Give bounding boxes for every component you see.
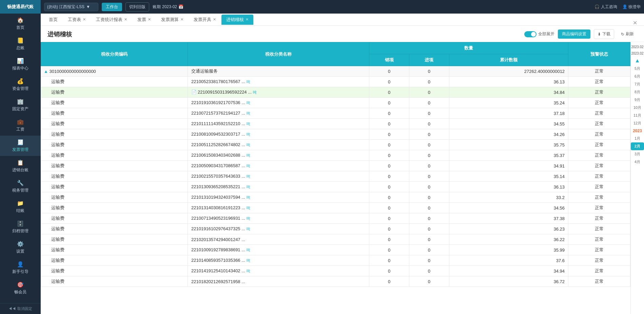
- table-row: 0: [369, 98, 409, 108]
- table-row: 0: [409, 203, 449, 213]
- switch-version-button[interactable]: 切到旧版: [125, 2, 149, 12]
- toggle-bg[interactable]: [524, 31, 536, 37]
- refresh-button[interactable]: ↻ 刷新: [618, 30, 637, 39]
- sidebar-item-salary-label: 工资: [16, 126, 24, 132]
- sidebar-item-tax[interactable]: 🔧 税务管理: [0, 176, 41, 197]
- expand-toggle[interactable]: 全部展开: [524, 31, 554, 37]
- date-nav-mar[interactable]: 3月: [631, 150, 644, 158]
- sidebar-item-salary[interactable]: 💼 工资: [0, 115, 41, 136]
- date-nav-nov[interactable]: 11月: [631, 112, 644, 119]
- tag-badge[interactable]: 吨: [247, 195, 250, 199]
- table-row: 22100713490523196931 ... 吨: [188, 213, 369, 224]
- tag-badge[interactable]: 吨: [247, 227, 250, 231]
- date-nav-year-2023[interactable]: 2023: [631, 127, 644, 135]
- date-nav-may[interactable]: 5月: [631, 65, 644, 73]
- workbench-button[interactable]: 工作台: [102, 3, 122, 11]
- tag-badge[interactable]: 吨: [247, 153, 250, 157]
- support-button[interactable]: 🎧 人工咨询: [594, 4, 617, 10]
- sidebar-item-invoice[interactable]: 🧾 发票管理: [0, 136, 41, 156]
- table-row: 0: [409, 276, 449, 287]
- file-icon: 📄: [191, 90, 197, 95]
- sidebar-item-member[interactable]: 🎯 畅会员: [0, 278, 41, 298]
- col-tax-name-header: 税收分类名称: [188, 42, 369, 66]
- tab-invoice-calc-close-icon[interactable]: ✕: [180, 17, 183, 22]
- date-nav-feb[interactable]: 2月: [631, 142, 644, 150]
- date-nav-oct[interactable]: 10月: [631, 104, 644, 112]
- expand-icon[interactable]: ▲: [44, 69, 49, 74]
- tag-badge[interactable]: 吨: [247, 143, 250, 147]
- date-nav-jul[interactable]: 7月: [631, 80, 644, 88]
- sidebar-item-assets[interactable]: 🏢 固定资产: [0, 95, 41, 115]
- scroll-up-icon[interactable]: ▲: [634, 57, 641, 65]
- table-row: 35.37: [449, 150, 568, 161]
- sidebar-item-assets-label: 固定资产: [12, 106, 28, 112]
- company-selector[interactable]: (勿动) 江西报宝-LSS ▼: [44, 3, 98, 11]
- calendar-icon: 📅: [178, 4, 183, 9]
- tag-badge[interactable]: 吨: [247, 122, 250, 126]
- sidebar-item-settings[interactable]: ⚙️ 设置: [0, 237, 41, 258]
- table-row: 运输费: [41, 213, 188, 224]
- table-row: 22102013574294001247 ...: [188, 234, 369, 245]
- tab-salary-close-icon[interactable]: ✕: [83, 17, 86, 22]
- table-row: 正常: [568, 98, 630, 108]
- sidebar-item-trade-ledger[interactable]: 📋 进销台账: [0, 156, 41, 176]
- date-nav-jan[interactable]: 1月: [631, 135, 644, 142]
- tag-badge[interactable]: 吨: [247, 248, 250, 252]
- tab-reconcile-close-icon[interactable]: ✕: [246, 17, 249, 22]
- tab-home[interactable]: 首页: [44, 15, 62, 25]
- tab-invoice-issue[interactable]: 发票开具 ✕: [189, 15, 221, 25]
- tag-badge[interactable]: 吨: [247, 206, 250, 210]
- date-nav-jun[interactable]: 6月: [631, 73, 644, 80]
- table-row: 0: [369, 234, 409, 245]
- table-row: 正常: [568, 255, 630, 266]
- product-code-settings-button[interactable]: 商品编码设置: [558, 30, 590, 39]
- tab-invoice-calc[interactable]: 发票测算 ✕: [156, 15, 188, 25]
- tag-badge[interactable]: 吨: [253, 90, 257, 94]
- sidebar-item-close-label: 结账: [16, 208, 24, 214]
- user-profile[interactable]: 👤 徐澄华: [622, 4, 641, 10]
- table-row: 0: [409, 129, 449, 140]
- tag-badge[interactable]: 吨: [247, 164, 250, 168]
- table-row: 0: [409, 66, 449, 77]
- sidebar-item-ledger[interactable]: 📒 总账: [0, 34, 41, 54]
- tag-badge[interactable]: 吨: [247, 111, 250, 115]
- sidebar-item-archive[interactable]: 🗄️ 归档管理: [0, 217, 41, 237]
- date-nav-apr[interactable]: 4月: [631, 158, 644, 166]
- tab-salary-report-close-icon[interactable]: ✕: [124, 17, 127, 22]
- tag-badge[interactable]: 吨: [247, 185, 250, 189]
- sidebar-item-home[interactable]: 🏠 首页: [0, 14, 41, 34]
- tag-badge[interactable]: 吨: [247, 174, 250, 178]
- tag-badge[interactable]: 吨: [247, 269, 250, 273]
- table-row: 0: [369, 108, 409, 119]
- table-row: 运输费: [41, 192, 188, 203]
- date-nav-sep[interactable]: 9月: [631, 96, 644, 104]
- table-row: 36.23: [449, 224, 568, 234]
- tag-badge[interactable]: 吨: [247, 132, 250, 136]
- tab-invoice-issue-close-icon[interactable]: ✕: [213, 17, 216, 22]
- date-nav-aug[interactable]: 8月: [631, 88, 644, 96]
- sidebar-item-guide[interactable]: 👤 新手引导: [0, 258, 41, 278]
- tab-invoice-close-icon[interactable]: ✕: [148, 17, 151, 22]
- tag-badge[interactable]: 吨: [247, 258, 250, 262]
- table-row: 22101419125410143402 ... 吨: [188, 266, 369, 276]
- panel-close-button[interactable]: ✕: [633, 20, 637, 26]
- tag-badge[interactable]: 吨: [247, 216, 250, 220]
- page-header: 进销稽核 全部展开 商品编码设置 ⬇ 下载 ↻ 刷新: [41, 26, 644, 42]
- table-row: 0: [369, 245, 409, 255]
- download-button[interactable]: ⬇ 下载: [594, 29, 614, 39]
- tab-salary-table[interactable]: 工资表 ✕: [63, 15, 91, 25]
- unpin-button[interactable]: ◀◀ 取消固定: [0, 303, 41, 314]
- date-nav-dec[interactable]: 12月: [631, 119, 644, 127]
- sidebar-item-reports[interactable]: 📊 报表中心: [0, 54, 41, 75]
- tag-badge[interactable]: 吨: [247, 80, 250, 84]
- col-cumulative-header: 累计数额: [449, 54, 568, 66]
- tab-invoice[interactable]: 发票 ✕: [133, 15, 156, 25]
- reports-icon: 📊: [17, 58, 24, 64]
- sidebar-item-close[interactable]: 📁 结账: [0, 197, 41, 217]
- table-row: 0: [409, 213, 449, 224]
- refresh-icon: ↻: [621, 32, 624, 37]
- tab-salary-report[interactable]: 工资统计报表 ✕: [91, 15, 132, 25]
- tag-badge[interactable]: 吨: [247, 101, 250, 105]
- tab-reconcile[interactable]: 进销稽核 ✕: [221, 15, 253, 25]
- sidebar-item-funds[interactable]: 💰 资金管理: [0, 75, 41, 95]
